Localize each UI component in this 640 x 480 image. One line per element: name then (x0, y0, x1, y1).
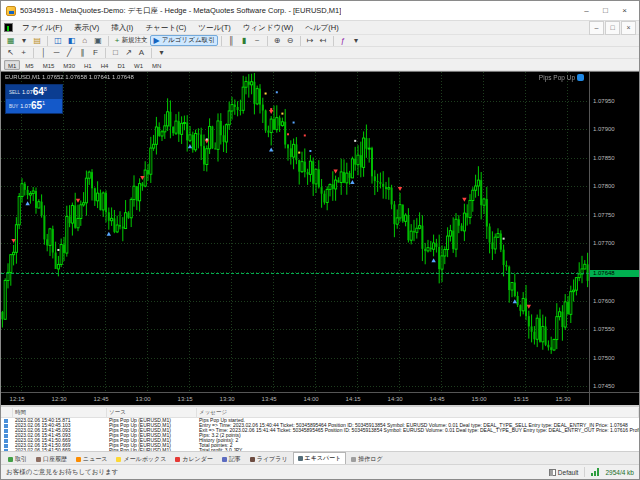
line-studies-toolbar: ↖+│─╱∥F□↗A▾ (1, 47, 639, 59)
toolbox-tab-ライブラリ[interactable]: ライブラリ (246, 454, 292, 464)
time-tick-4: 13:15 (178, 396, 193, 402)
toolbox-tab-エキスパート[interactable]: エキスパート (293, 452, 347, 464)
standard-toolbar: ▦▾▤◫◧⌂▣+新規注文▶アルゴリズム取引║▮~⊕⊖↦↤ƒ▾ (1, 35, 639, 47)
zoom-out[interactable]: ⊖ (284, 35, 297, 46)
timeframe-m15[interactable]: M15 (39, 60, 59, 70)
chart-restore-button[interactable]: □ (605, 21, 620, 35)
chart-minimize-button[interactable]: – (589, 21, 604, 35)
timeframe-h1[interactable]: H1 (80, 60, 96, 70)
objects-dropdown[interactable]: ▾ (155, 47, 168, 58)
tab-icon (250, 457, 255, 462)
sell-button[interactable]: SELL 1.07 64 8 (6, 85, 62, 99)
profile-selector[interactable]: Default (549, 469, 579, 476)
price-tick-9: 1.07500 (593, 355, 615, 361)
toolbar-separator (333, 36, 334, 46)
cursor[interactable]: ↖ (4, 47, 17, 58)
app-icon (6, 6, 16, 16)
toolbar-separator (300, 36, 301, 46)
toolbox-tab-操作ログ[interactable]: 操作ログ (347, 454, 386, 464)
chart-window-icon (4, 23, 13, 32)
vertical-line[interactable]: │ (37, 47, 50, 58)
price-axis[interactable]: 1.079501.079001.078501.078001.077501.077… (589, 72, 639, 392)
menu-item-3[interactable]: チャート(C) (139, 21, 192, 34)
window-close-button[interactable]: × (615, 2, 634, 20)
toolbox-tab-メールボックス[interactable]: メールボックス (112, 454, 170, 464)
fibonacci-retracement[interactable]: F (89, 47, 102, 58)
one-click-trading-panel: SELL 1.07 64 8 BUY 1.07 65 1 (5, 84, 63, 114)
profiles[interactable]: ▤ (31, 35, 45, 46)
crosshair-icon: + (21, 48, 26, 58)
timeframe-w1[interactable]: W1 (130, 60, 147, 70)
timeframe-d1[interactable]: D1 (113, 60, 129, 70)
menu-item-0[interactable]: ファイル(F) (16, 21, 68, 34)
mt5-window: 50345913 - MetaQuotes-Demo: デモ口座 - Hedge… (0, 0, 640, 480)
zoom-in-icon: ⊕ (274, 36, 281, 46)
new-chart[interactable]: ▦ (4, 35, 18, 46)
toolbox-tab-口座履歴[interactable]: 口座履歴 (32, 454, 71, 464)
candle-chart-mode[interactable]: ▮ (238, 35, 251, 46)
menu-item-4[interactable]: ツール(T) (192, 21, 236, 34)
window-maximize-button[interactable]: □ (596, 2, 615, 20)
log-column-header-1[interactable]: ソース (107, 408, 197, 417)
indicators[interactable]: ƒ (337, 35, 350, 46)
crosshair[interactable]: + (17, 47, 30, 58)
buy-button[interactable]: BUY 1.07 65 1 (6, 99, 62, 113)
shapes-icon: □ (113, 48, 118, 58)
ea-name-badge[interactable]: Pips Pop Up (539, 74, 584, 81)
navigator-toggle-icon: ⌂ (82, 36, 87, 46)
tab-icon (222, 457, 227, 462)
price-tick-10: 1.07450 (593, 383, 615, 389)
new-chart-dropdown[interactable]: ▾ (18, 35, 31, 46)
menu-item-1[interactable]: 表示(V) (68, 21, 105, 34)
timeframe-m30[interactable]: M30 (59, 60, 79, 70)
chart-close-button[interactable]: × (621, 21, 636, 35)
tab-icon (351, 457, 356, 462)
toolbox-tab-ニュース[interactable]: ニュース (72, 454, 111, 464)
tab-label: カレンダー (182, 455, 213, 464)
text-label[interactable]: A (135, 47, 148, 58)
window-minimize-button[interactable]: – (577, 2, 596, 20)
status-bar: お客様のご意見をお待ちしております Default 2954/4 kb (1, 464, 639, 479)
toolbox-toggle[interactable]: ▣ (91, 35, 105, 46)
timeframe-h4[interactable]: H4 (97, 60, 113, 70)
navigator-toggle[interactable]: ⌂ (78, 35, 91, 46)
indicators-dropdown[interactable]: ▾ (350, 35, 363, 46)
timeframe-mn[interactable]: MN (148, 60, 165, 70)
auto-scroll[interactable]: ↦ (304, 35, 317, 46)
menu-item-6[interactable]: ヘルプ(H) (299, 21, 344, 34)
text-label-icon: A (139, 48, 144, 58)
zoom-in[interactable]: ⊕ (271, 35, 284, 46)
horizontal-line-icon: ─ (54, 48, 60, 58)
sell-price-prefix: 1.07 (22, 89, 33, 95)
arrows-icon: ↗ (125, 48, 132, 58)
sell-label: SELL (9, 90, 20, 95)
buy-label: BUY (9, 104, 18, 109)
chart-canvas[interactable] (1, 72, 589, 392)
arrows[interactable]: ↗ (122, 47, 135, 58)
menu-item-5[interactable]: ウィンドウ(W) (237, 21, 299, 34)
data-window-toggle[interactable]: ◧ (65, 35, 79, 46)
horizontal-line[interactable]: ─ (50, 47, 63, 58)
price-tick-4: 1.07750 (593, 212, 615, 218)
timeframe-m5[interactable]: M5 (21, 60, 37, 70)
chart-shift[interactable]: ↤ (317, 35, 330, 46)
toolbox-tab-取引[interactable]: 取引 (4, 454, 31, 464)
shapes[interactable]: □ (109, 47, 122, 58)
timeframe-m1[interactable]: M1 (4, 60, 20, 70)
market-watch-toggle[interactable]: ◫ (51, 35, 65, 46)
new-order-button[interactable]: +新規注文 (112, 35, 151, 46)
trend-line[interactable]: ╱ (63, 47, 76, 58)
line-chart-mode[interactable]: ~ (251, 35, 264, 46)
chart-area: EURUSD,M1 1.07652 1.07658 1.07641 1.0764… (1, 71, 639, 405)
time-axis[interactable]: 12:1512:3012:4513:0013:1513:3013:4514:00… (1, 392, 589, 405)
price-tick-7: 1.07600 (593, 298, 615, 304)
time-tick-5: 13:30 (220, 396, 235, 402)
log-column-header-2[interactable]: メッセージ (197, 408, 639, 417)
algo-trading-button[interactable]: ▶アルゴリズム取引 (150, 35, 217, 46)
toolbox-tab-カレンダー[interactable]: カレンダー (171, 454, 217, 464)
toolbox-tab-記事[interactable]: 記事 (218, 454, 245, 464)
menu-item-2[interactable]: 挿入(I) (105, 21, 139, 34)
equidistant-channel[interactable]: ∥ (76, 47, 89, 58)
bar-chart-mode[interactable]: ║ (225, 35, 238, 46)
log-column-header-0[interactable]: 時間 (13, 408, 107, 417)
